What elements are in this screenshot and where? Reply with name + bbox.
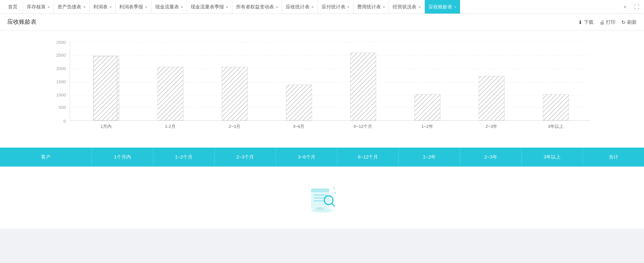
th-3plus-year: 3年以上 <box>522 148 583 167</box>
th-1month: 1个月内 <box>92 148 153 167</box>
th-customer: 客户 <box>0 148 92 167</box>
tab-cashflow-quarterly[interactable]: 现金流量表季报 × <box>187 0 232 14</box>
chart-container: 0 500 1000 1500 2000 2500 2500 <box>11 38 633 140</box>
page-title: 应收账龄表 <box>7 18 37 26</box>
svg-text:1500: 1500 <box>56 79 66 84</box>
empty-state-icon: ✦ ✦ <box>304 181 340 214</box>
tab-ar-aging[interactable]: 应收账龄表 × <box>425 0 460 14</box>
tab-operation-status-close[interactable]: × <box>418 5 420 9</box>
tab-cashflow-label: 现金流量表 <box>155 4 179 10</box>
tab-ar-aging-label: 应收账龄表 <box>428 4 452 10</box>
tab-equity-changes[interactable]: 所有者权益变动表 × <box>232 0 282 14</box>
window-maximize-button[interactable]: ⛶ <box>632 3 641 11</box>
bar-3-6月 <box>286 85 312 121</box>
svg-text:✦: ✦ <box>334 192 337 194</box>
bar-1月内 <box>93 56 119 121</box>
th-2-3year: 2~3年 <box>460 148 522 167</box>
svg-text:1-2月: 1-2月 <box>165 124 176 129</box>
svg-text:2~3年: 2~3年 <box>486 124 497 129</box>
th-3-6month: 3~6个月 <box>276 148 337 167</box>
svg-text:2~3月: 2~3月 <box>229 124 240 129</box>
tab-expense-stats-label: 费用统计表 <box>357 4 381 10</box>
tab-inventory-close[interactable]: × <box>48 5 50 9</box>
svg-line-32 <box>332 203 334 206</box>
svg-text:2500: 2500 <box>56 53 66 58</box>
th-total: 合计 <box>583 148 644 167</box>
tab-cashflow-quarterly-label: 现金流量表季报 <box>191 4 224 10</box>
bar-1-2月 <box>158 67 183 121</box>
empty-state: ✦ ✦ <box>0 167 644 229</box>
tab-ar-stats[interactable]: 应收统计表 × <box>282 0 318 14</box>
tab-ar-stats-close[interactable]: × <box>311 5 314 9</box>
tab-operation-status[interactable]: 经营状况表 × <box>389 0 424 14</box>
tab-ap-stats-close[interactable]: × <box>347 5 349 9</box>
svg-text:2000: 2000 <box>56 66 66 71</box>
refresh-button[interactable]: ↻ 刷新 <box>621 19 637 26</box>
tab-inventory-label: 库存核算 <box>27 4 46 10</box>
bar-2-3月 <box>222 67 247 121</box>
svg-text:2500: 2500 <box>56 40 66 45</box>
svg-text:1~2年: 1~2年 <box>421 124 433 129</box>
page-header: 应收账龄表 ⬇ 下载 🖨 打印 ↻ 刷新 <box>0 14 644 31</box>
tab-balance-sheet-label: 资产负债表 <box>57 4 81 10</box>
tab-profit-quarterly[interactable]: 利润表季报 × <box>116 0 151 14</box>
bar-3年以上 <box>543 94 569 121</box>
svg-text:✦: ✦ <box>332 186 335 190</box>
bar-2-3年 <box>479 76 505 121</box>
tab-equity-changes-label: 所有者权益变动表 <box>236 4 274 10</box>
tab-profit-quarterly-label: 利润表季报 <box>119 4 143 10</box>
th-1-2year: 1~2年 <box>399 148 460 167</box>
tab-inventory[interactable]: 库存核算 × <box>23 0 54 14</box>
svg-point-33 <box>316 207 325 210</box>
download-icon: ⬇ <box>578 19 583 25</box>
header-actions: ⬇ 下载 🖨 打印 ↻ 刷新 <box>578 19 637 26</box>
print-label: 打印 <box>606 19 615 26</box>
tab-profit-close[interactable]: × <box>109 5 112 9</box>
tab-bar: 首页 库存核算 × 资产负债表 × 利润表 × 利润表季报 × 现金流量表 × … <box>0 0 644 14</box>
th-6-12month: 6~12个月 <box>337 148 399 167</box>
svg-text:1月内: 1月内 <box>101 124 112 129</box>
download-button[interactable]: ⬇ 下载 <box>578 19 594 26</box>
table-header: 客户 1个月内 1~2个月 2~3个月 3~6个月 6~12个月 1~2年 2~… <box>0 148 644 167</box>
tab-ap-stats[interactable]: 应付统计表 × <box>318 0 353 14</box>
window-close-button[interactable]: × <box>621 3 629 11</box>
svg-text:1000: 1000 <box>56 92 66 98</box>
tab-balance-sheet[interactable]: 资产负债表 × <box>54 0 89 14</box>
refresh-label: 刷新 <box>627 19 637 26</box>
tab-profit[interactable]: 利润表 × <box>90 0 116 14</box>
tab-operation-status-label: 经营状况表 <box>393 4 416 10</box>
bar-1-2年 <box>415 94 440 121</box>
tab-cashflow-quarterly-close[interactable]: × <box>226 5 228 9</box>
tab-profit-label: 利润表 <box>93 4 108 10</box>
tab-ap-stats-label: 应付统计表 <box>322 4 345 10</box>
download-label: 下载 <box>584 19 594 26</box>
window-controls: × ⛶ <box>621 3 641 11</box>
svg-text:6~12个月: 6~12个月 <box>354 124 372 129</box>
svg-rect-26 <box>311 188 329 192</box>
th-1-2month: 1~2个月 <box>153 148 215 167</box>
print-button[interactable]: 🖨 打印 <box>599 19 615 26</box>
svg-text:500: 500 <box>59 105 66 110</box>
svg-text:3~6月: 3~6月 <box>293 124 304 129</box>
tab-expense-stats[interactable]: 费用统计表 × <box>353 0 389 14</box>
tab-balance-sheet-close[interactable]: × <box>83 5 85 9</box>
tab-equity-changes-close[interactable]: × <box>276 5 278 9</box>
refresh-icon: ↻ <box>621 19 626 25</box>
tab-expense-stats-close[interactable]: × <box>383 5 385 9</box>
main-content: 0 500 1000 1500 2000 2500 2500 <box>0 31 644 229</box>
chart-area: 0 500 1000 1500 2000 2500 2500 <box>0 31 644 148</box>
tab-home-label: 首页 <box>8 4 18 10</box>
th-2-3month: 2~3个月 <box>215 148 276 167</box>
tab-home[interactable]: 首页 <box>3 0 23 14</box>
svg-text:3年以上: 3年以上 <box>548 124 564 129</box>
tab-profit-quarterly-close[interactable]: × <box>145 5 147 9</box>
bar-6-12月 <box>351 53 376 121</box>
svg-point-31 <box>326 198 331 203</box>
bar-chart: 0 500 1000 1500 2000 2500 2500 <box>11 38 633 140</box>
svg-text:0: 0 <box>63 119 66 124</box>
tab-ar-stats-label: 应收统计表 <box>286 4 310 10</box>
print-icon: 🖨 <box>599 19 604 25</box>
tab-ar-aging-close[interactable]: × <box>454 5 456 9</box>
tab-cashflow-close[interactable]: × <box>181 5 183 9</box>
tab-cashflow[interactable]: 现金流量表 × <box>151 0 187 14</box>
